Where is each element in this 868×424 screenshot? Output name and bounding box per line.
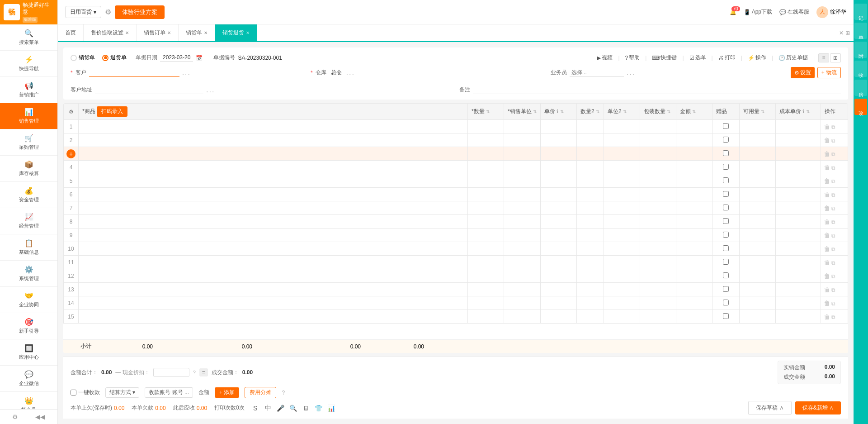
unit-cell-5[interactable]	[504, 174, 540, 188]
gift-check-7[interactable]	[723, 205, 729, 210]
salesperson-dots[interactable]: ...	[627, 69, 635, 77]
sidebar-item-purchase[interactable]: 🛒采购管理	[0, 129, 57, 156]
sidebar-item-basic[interactable]: 📋基础信息	[0, 234, 57, 261]
unit-cell-13[interactable]	[504, 283, 540, 296]
gift-check-15[interactable]	[723, 313, 729, 319]
qty2-cell-10[interactable]	[577, 242, 604, 256]
unit-sort-icon[interactable]: ⇅	[533, 109, 537, 114]
cost-cell-2[interactable]	[776, 133, 821, 147]
cost-cell-15[interactable]	[776, 310, 821, 324]
print-btn[interactable]: 🖨 打印	[717, 53, 737, 62]
cost-cell-9[interactable]	[776, 229, 821, 242]
gift-check-1[interactable]	[723, 123, 729, 129]
gift-check-8[interactable]	[723, 218, 729, 224]
price-cell-8[interactable]	[541, 215, 577, 229]
toolbar-shirt-icon[interactable]: 👕	[313, 403, 324, 414]
amount-cell-8[interactable]	[676, 215, 712, 229]
unit2-cell-10[interactable]	[604, 242, 640, 256]
delete-icon-12[interactable]: 🗑	[824, 272, 830, 280]
unit-cell-6[interactable]	[504, 188, 540, 201]
unit2-cell-12[interactable]	[604, 269, 640, 283]
copy-icon-15[interactable]: ⧉	[831, 314, 835, 320]
qty2-cell-7[interactable]	[577, 201, 604, 215]
avail-cell-15[interactable]	[740, 310, 776, 324]
unit2-cell-9[interactable]	[604, 229, 640, 242]
amount-cell-5[interactable]	[676, 174, 712, 188]
sidebar-item-finance[interactable]: 💰资金管理	[0, 182, 57, 208]
user-menu[interactable]: 人 徐泽华	[816, 6, 846, 18]
pack-sort-icon[interactable]: ⇅	[667, 109, 670, 114]
amount-cell-10[interactable]	[676, 242, 712, 256]
gift-check-2[interactable]	[723, 137, 729, 143]
tab-close-3[interactable]: ✕	[204, 30, 208, 35]
delete-icon-1[interactable]: 🗑	[824, 123, 830, 130]
discount-input[interactable]	[153, 368, 189, 377]
right-sidebar-btn-2[interactable]: 附	[854, 42, 867, 58]
price-cell-13[interactable]	[541, 283, 577, 296]
expense-btn[interactable]: 费用分摊	[245, 387, 276, 398]
operate-btn[interactable]: ⚡ 操作	[746, 53, 768, 62]
sidebar-item-inventory[interactable]: 📦库存核算	[0, 156, 57, 182]
delete-icon-15[interactable]: 🗑	[824, 313, 830, 320]
amount-cell-7[interactable]	[676, 201, 712, 215]
unit-cell-3[interactable]	[504, 147, 540, 161]
gift-cell-12[interactable]	[712, 269, 740, 283]
qty2-sort-icon[interactable]: ⇅	[596, 109, 599, 114]
pack-cell-1[interactable]	[640, 120, 676, 133]
gift-cell-7[interactable]	[712, 201, 740, 215]
price-cell-14[interactable]	[541, 296, 577, 310]
unit2-cell-2[interactable]	[604, 133, 640, 147]
qty-cell-2[interactable]	[467, 133, 504, 147]
amount-cell-11[interactable]	[676, 256, 712, 269]
copy-icon-11[interactable]: ⧉	[831, 260, 835, 266]
amount-cell-12[interactable]	[676, 269, 712, 283]
list-view-btn[interactable]: ⊞	[830, 53, 841, 62]
copy-icon-8[interactable]: ⧉	[831, 219, 835, 225]
sidebar-item-enterprise[interactable]: 🤝企业协同	[0, 287, 57, 313]
cost-cell-12[interactable]	[776, 269, 821, 283]
product-input-3[interactable]	[81, 151, 465, 157]
qty-cell-3[interactable]	[467, 147, 504, 161]
delete-icon-11[interactable]: 🗑	[824, 259, 830, 266]
notice-btn[interactable]: 🔔 70	[730, 9, 736, 15]
sidebar-item-sales[interactable]: 📊销售管理	[0, 103, 57, 129]
add-payment-btn[interactable]: + 添加	[215, 387, 239, 398]
cost-cell-5[interactable]	[776, 174, 821, 188]
gift-cell-2[interactable]	[712, 133, 740, 147]
sidebar-item-marketing[interactable]: 📢营销推广	[0, 77, 57, 103]
grid-view-btn[interactable]: ≡	[818, 53, 829, 62]
toolbar-mic-icon[interactable]: 🎤	[275, 403, 286, 414]
amount-cell-3[interactable]	[676, 147, 712, 161]
amount-cell-9[interactable]	[676, 229, 712, 242]
exp-btn[interactable]: 体验行业方案	[115, 5, 165, 19]
close-all-tabs-icon[interactable]: ✕	[839, 30, 844, 36]
account-select[interactable]: 收款账号 账号 ...	[145, 387, 193, 398]
pack-cell-3[interactable]	[640, 147, 676, 161]
sidebar-item-newguide[interactable]: 🎯新手引导	[0, 313, 57, 339]
qty2-cell-3[interactable]	[577, 147, 604, 161]
delete-icon-2[interactable]: 🗑	[824, 137, 830, 144]
pack-cell-10[interactable]	[640, 242, 676, 256]
price-info-icon[interactable]: ℹ	[557, 109, 558, 114]
price-cell-11[interactable]	[541, 256, 577, 269]
unit2-cell-6[interactable]	[604, 188, 640, 201]
qty2-cell-9[interactable]	[577, 229, 604, 242]
copy-icon-12[interactable]: ⧉	[831, 273, 835, 280]
pack-cell-9[interactable]	[640, 229, 676, 242]
one-key-collect-input[interactable]	[71, 390, 76, 395]
right-sidebar-btn-5[interactable]: 改	[854, 99, 867, 115]
app-download-btn[interactable]: 📱 App下载	[744, 8, 772, 16]
maximize-icon[interactable]: ⊞	[845, 30, 850, 36]
warehouse-dots[interactable]: ...	[346, 69, 355, 77]
price-sort-icon[interactable]: ⇅	[560, 109, 564, 114]
unit2-cell-4[interactable]	[604, 161, 640, 174]
pack-cell-6[interactable]	[640, 188, 676, 201]
unit2-cell-3[interactable]	[604, 147, 640, 161]
delete-icon-7[interactable]: 🗑	[824, 205, 830, 212]
unit2-cell-8[interactable]	[604, 215, 640, 229]
gift-cell-11[interactable]	[712, 256, 740, 269]
save-new-btn[interactable]: 保存&新增 ∧	[795, 401, 841, 414]
sidebar-collapse-icon[interactable]: ◀◀	[35, 413, 45, 420]
amount-cell-6[interactable]	[676, 188, 712, 201]
unit2-cell-15[interactable]	[604, 310, 640, 324]
